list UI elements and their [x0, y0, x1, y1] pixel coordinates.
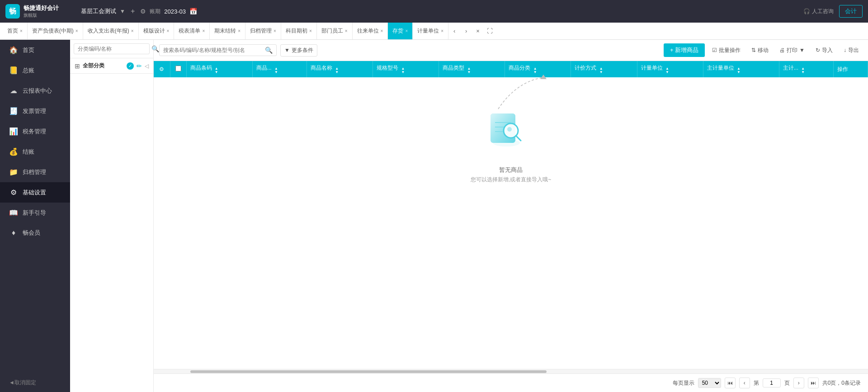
empty-subtitle: 您可以选择新增,或者直接导入哦~: [471, 176, 551, 184]
tab-department[interactable]: 部门员工 ×: [317, 23, 353, 40]
select-all-checkbox[interactable]: [175, 66, 181, 71]
filter-icon: ▼: [284, 47, 290, 53]
sidebar-item-settings[interactable]: ⚙ 基础设置: [0, 182, 70, 203]
tab-close-icon[interactable]: ×: [381, 28, 383, 33]
tab-period-end[interactable]: 期末结转 ×: [210, 23, 245, 40]
account-button[interactable]: 会计: [839, 5, 863, 18]
tab-inventory[interactable]: 存货 ×: [388, 23, 413, 40]
col-barcode[interactable]: 商品条码 ▲▼: [186, 61, 252, 77]
sidebar-item-invoice[interactable]: 🧾 发票管理: [0, 101, 70, 121]
tab-prev-button[interactable]: ‹: [448, 23, 460, 40]
tab-close-icon[interactable]: ×: [274, 28, 276, 33]
sort-icon: ▲▼: [401, 67, 405, 74]
move-label: 移动: [758, 47, 769, 54]
col-settings[interactable]: ⚙: [154, 61, 170, 77]
tab-close-icon[interactable]: ×: [167, 28, 170, 33]
first-page-button[interactable]: ⏮: [725, 378, 736, 388]
empty-state: 暂无商品 您可以选择新增,或者直接导入哦~: [154, 77, 868, 211]
tab-next-button[interactable]: ›: [460, 23, 472, 40]
tab-close-icon[interactable]: ×: [131, 28, 134, 33]
tab-close-icon[interactable]: ×: [75, 28, 78, 33]
tab-label: 归档管理: [250, 27, 272, 35]
col-checkbox[interactable]: [170, 61, 186, 77]
batch-operation-button[interactable]: ☑ 批量操作: [708, 45, 744, 56]
tab-close-icon[interactable]: ×: [441, 28, 443, 33]
sidebar-item-archive[interactable]: 📁 归档管理: [0, 162, 70, 182]
add-product-button[interactable]: + 新增商品: [664, 43, 705, 57]
col-main-count[interactable]: 主计... ▲▼: [779, 61, 833, 77]
settlement-icon: 💰: [9, 147, 18, 156]
tab-close-icon[interactable]: ×: [405, 28, 408, 33]
filter-button[interactable]: ▼ 更多条件: [280, 44, 317, 57]
sidebar-item-settlement[interactable]: 💰 结账: [0, 142, 70, 162]
unpin-button[interactable]: ◄取消固定: [0, 373, 70, 392]
last-page-button[interactable]: ⏭: [808, 378, 819, 388]
sidebar-item-guide[interactable]: 📖 新手引导: [0, 203, 70, 223]
search-area: 🔍: [159, 44, 277, 56]
tab-label: 往来单位: [357, 27, 379, 35]
tab-homepage[interactable]: 首页 ×: [3, 23, 28, 40]
company-dropdown-icon[interactable]: ▼: [120, 8, 125, 14]
sidebar-item-home[interactable]: 🏠 首页: [0, 40, 70, 60]
horizontal-scrollbar[interactable]: [154, 369, 868, 373]
search-input[interactable]: [163, 47, 263, 53]
sidebar-item-tax[interactable]: 📊 税务管理: [0, 121, 70, 142]
tab-subject-init[interactable]: 科目期初 ×: [281, 23, 317, 40]
tab-close-all-button[interactable]: ×: [472, 23, 484, 40]
calendar-icon[interactable]: 📅: [189, 8, 197, 15]
search-icon[interactable]: 🔍: [265, 47, 273, 54]
col-name[interactable]: 商品名称 ▲▼: [307, 61, 373, 77]
sidebar-item-label: 总账: [23, 66, 34, 75]
sidebar-item-label: 税务管理: [23, 128, 46, 136]
col-unit[interactable]: 计量单位 ▲▼: [637, 61, 703, 77]
tab-expand-button[interactable]: ⛶: [484, 23, 495, 40]
period-value: 2023-03: [164, 8, 186, 15]
scroll-thumb[interactable]: [190, 370, 547, 373]
service-button[interactable]: 🎧 人工咨询: [803, 8, 834, 15]
tab-template[interactable]: 模版设计 ×: [139, 23, 175, 40]
next-page-button[interactable]: ›: [793, 378, 804, 388]
table-wrap: ⚙ 商品条码 ▲▼ 商品... ▲▼: [154, 61, 868, 369]
export-button[interactable]: ↓ 导出: [840, 45, 863, 56]
tab-income-statement[interactable]: 收入支出表(年报) ×: [83, 23, 139, 40]
tab-archive[interactable]: 归档管理 ×: [245, 23, 281, 40]
tab-close-icon[interactable]: ×: [202, 28, 205, 33]
class-edit-icon[interactable]: ✏: [137, 62, 142, 70]
current-page-input[interactable]: [763, 378, 781, 387]
col-main-unit[interactable]: 主计量单位 ▲▼: [703, 61, 779, 77]
print-button[interactable]: 🖨 打印 ▼: [776, 45, 808, 56]
tab-measure-unit[interactable]: 计量单位 ×: [413, 23, 448, 40]
move-button[interactable]: ⇅ 移动: [748, 45, 772, 56]
sidebar-item-ledger[interactable]: 📒 总账: [0, 60, 70, 80]
sidebar-item-member[interactable]: ♦ 畅会员: [0, 223, 70, 243]
service-label: 人工咨询: [812, 8, 834, 15]
col-spec[interactable]: 规格型号 ▲▼: [373, 61, 439, 77]
import-button[interactable]: ↻ 导入: [812, 45, 836, 56]
page-of-label: 页: [784, 379, 790, 387]
col-pricing[interactable]: 计价方式 ▲▼: [571, 61, 637, 77]
tab-label: 首页: [7, 27, 18, 35]
tab-close-icon[interactable]: ×: [238, 28, 241, 33]
class-check-icon: ✓: [127, 62, 134, 70]
arrow-dashed-svg: [489, 73, 561, 118]
col-code[interactable]: 商品... ▲▼: [252, 61, 307, 77]
tab-balance-sheet[interactable]: 资产负债表(中期) ×: [28, 23, 83, 40]
settings-icon[interactable]: ⚙: [140, 8, 146, 15]
sidebar-item-reports[interactable]: ☁ 云报表中心: [0, 80, 70, 101]
tab-close-icon[interactable]: ×: [309, 28, 312, 33]
tab-contacts[interactable]: 往来单位 ×: [353, 23, 388, 40]
col-actions: 操作: [834, 61, 868, 77]
prev-page-button[interactable]: ‹: [739, 378, 750, 388]
tab-close-icon[interactable]: ×: [20, 28, 23, 33]
page-size-select[interactable]: 50 10 20 100: [698, 378, 721, 388]
add-tab-button[interactable]: +: [129, 7, 137, 15]
tab-tax[interactable]: 税表清单 ×: [174, 23, 210, 40]
tab-close-icon[interactable]: ×: [345, 28, 348, 33]
sidebar-item-label: 首页: [23, 46, 34, 54]
sidebar-item-label: 发票管理: [23, 107, 46, 115]
class-search-input[interactable]: [74, 43, 150, 54]
archive-icon: 📁: [9, 168, 18, 176]
page-size-label: 每页显示: [673, 379, 694, 387]
class-collapse-icon[interactable]: ◁: [145, 63, 149, 69]
company-name: 基层工会测试: [81, 7, 116, 15]
